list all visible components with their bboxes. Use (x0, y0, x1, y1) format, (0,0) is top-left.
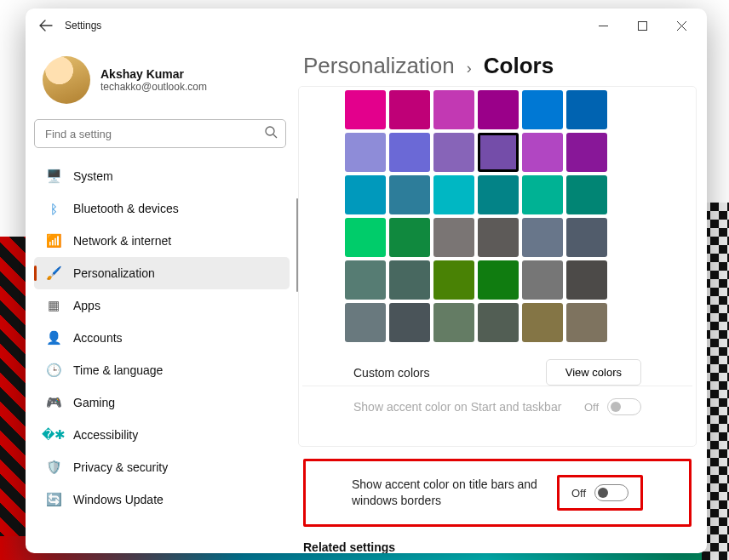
maximize-button[interactable] (623, 12, 661, 39)
sidebar-item-label: Windows Update (73, 493, 164, 506)
toggle-state: Off (571, 487, 586, 500)
color-swatch[interactable] (566, 90, 607, 129)
toggle-wrap: Off (584, 398, 641, 415)
sidebar-item-label: Network & internet (73, 234, 171, 248)
sidebar-item-time[interactable]: 🕒Time & language (34, 354, 290, 386)
color-swatch[interactable] (522, 175, 563, 214)
sidebar-item-privacy[interactable]: 🛡️Privacy & security (34, 451, 290, 483)
view-colors-button[interactable]: View colors (546, 359, 641, 386)
accessibility-icon: �✱ (46, 427, 61, 443)
color-swatch[interactable] (345, 260, 386, 300)
color-swatch[interactable] (433, 90, 474, 129)
breadcrumb-parent[interactable]: Personalization (303, 53, 455, 79)
custom-colors-label: Custom colors (353, 366, 429, 380)
color-swatch[interactable] (522, 133, 563, 172)
color-swatch[interactable] (389, 90, 430, 129)
sidebar-item-update[interactable]: 🔄Windows Update (34, 483, 290, 516)
toggle-accent-start (607, 398, 641, 415)
bluetooth-icon: ᛒ (46, 201, 61, 216)
color-swatch[interactable] (566, 175, 607, 214)
color-swatch[interactable] (478, 90, 519, 129)
color-swatch[interactable] (345, 90, 386, 129)
color-swatch[interactable] (433, 175, 474, 214)
color-swatch[interactable] (566, 218, 607, 257)
system-icon: 🖥️ (46, 169, 61, 184)
titlebar: Settings (26, 9, 707, 43)
minimize-icon (599, 21, 608, 31)
gaming-icon: 🎮 (46, 395, 61, 410)
close-icon (677, 21, 686, 31)
maximize-icon (638, 21, 647, 31)
search-icon (264, 125, 278, 142)
color-swatch[interactable] (478, 133, 519, 172)
search-input[interactable] (34, 119, 286, 148)
highlight-frame: Show accent color on title bars and wind… (303, 459, 692, 527)
color-swatch[interactable] (433, 303, 474, 342)
custom-colors-row: Custom colors View colors (302, 346, 692, 386)
back-button[interactable] (32, 12, 60, 39)
color-swatch[interactable] (433, 260, 474, 300)
related-settings-heading: Related settings (298, 535, 697, 553)
color-swatch[interactable] (522, 90, 563, 129)
network-icon: 📶 (46, 233, 61, 249)
color-swatch[interactable] (345, 133, 386, 172)
setting-label: Show accent color on Start and taskbar (353, 399, 561, 415)
sidebar-item-label: Gaming (73, 396, 115, 409)
color-swatch[interactable] (389, 260, 430, 300)
color-swatch[interactable] (433, 218, 474, 257)
color-swatch[interactable] (522, 218, 563, 257)
color-swatch[interactable] (478, 303, 519, 342)
color-swatch[interactable] (478, 218, 519, 257)
personalization-icon: 🖌️ (46, 266, 61, 281)
color-swatch[interactable] (345, 218, 386, 257)
color-swatch[interactable] (566, 260, 607, 300)
color-swatch[interactable] (345, 175, 386, 214)
sidebar-item-label: System (73, 169, 113, 183)
color-swatch[interactable] (389, 133, 430, 172)
profile-email: techakko@outlook.com (100, 81, 207, 93)
profile[interactable]: Akshay Kumar techakko@outlook.com (34, 51, 298, 119)
sidebar-item-accounts[interactable]: 👤Accounts (34, 322, 290, 354)
toggle-wrap: Off (571, 484, 629, 501)
minimize-button[interactable] (584, 12, 622, 39)
time-icon: 🕒 (46, 363, 61, 378)
color-swatch[interactable] (522, 303, 563, 342)
sidebar-item-label: Personalization (73, 266, 155, 280)
profile-name: Akshay Kumar (100, 67, 207, 81)
sidebar-item-bluetooth[interactable]: ᛒBluetooth & devices (34, 192, 290, 225)
color-swatch[interactable] (345, 303, 386, 342)
settings-window: Settings Akshay Kumar techakko@outlook.c… (26, 9, 707, 553)
color-swatch[interactable] (478, 175, 519, 214)
privacy-icon: 🛡️ (46, 460, 61, 475)
color-swatch[interactable] (433, 133, 474, 172)
window-title: Settings (65, 20, 101, 31)
setting-accent-titlebar: Show accent color on title bars and wind… (309, 463, 686, 523)
color-swatch[interactable] (389, 175, 430, 214)
accounts-icon: 👤 (46, 330, 61, 346)
nav: 🖥️SystemᛒBluetooth & devices📶Network & i… (34, 160, 298, 553)
settings-panel[interactable]: Custom colors View colors Show accent co… (298, 86, 707, 553)
sidebar-item-apps[interactable]: ▦Apps (34, 289, 290, 322)
scrollbar[interactable] (296, 198, 298, 292)
window-controls (584, 12, 700, 39)
sidebar-item-personalization[interactable]: 🖌️Personalization (34, 257, 290, 289)
color-swatch[interactable] (389, 303, 430, 342)
sidebar: Akshay Kumar techakko@outlook.com 🖥️Syst… (26, 43, 298, 553)
sidebar-item-network[interactable]: 📶Network & internet (34, 225, 290, 257)
search-wrap (34, 119, 286, 148)
toggle-accent-titlebar[interactable] (594, 484, 629, 501)
color-swatch[interactable] (522, 260, 563, 300)
breadcrumb-current: Colors (484, 53, 554, 79)
apps-icon: ▦ (46, 298, 61, 313)
color-swatch[interactable] (566, 133, 607, 172)
color-swatch[interactable] (389, 218, 430, 257)
sidebar-item-accessibility[interactable]: �✱Accessibility (34, 419, 290, 451)
color-swatch[interactable] (566, 303, 607, 342)
color-swatch[interactable] (478, 260, 519, 300)
sidebar-item-gaming[interactable]: 🎮Gaming (34, 386, 290, 419)
sidebar-item-label: Bluetooth & devices (73, 202, 179, 215)
close-button[interactable] (663, 12, 700, 39)
svg-rect-0 (638, 21, 646, 30)
update-icon: 🔄 (46, 492, 61, 507)
sidebar-item-system[interactable]: 🖥️System (34, 160, 290, 192)
